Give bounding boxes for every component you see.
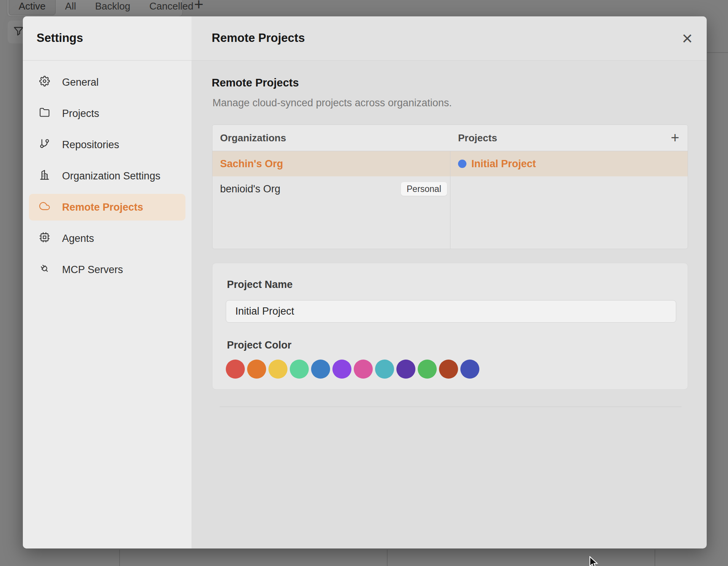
close-button[interactable]: ×: [676, 27, 698, 49]
add-project-button[interactable]: +: [671, 125, 679, 150]
organizations-projects-table: Organizations Projects + Sachin's Org be…: [212, 125, 688, 249]
color-swatch-4[interactable]: [290, 360, 309, 379]
close-icon: ×: [682, 28, 693, 49]
sidebar-item-agents[interactable]: Agents: [29, 225, 185, 252]
org-name: benioid's Org: [220, 183, 280, 195]
board-column-divider: [655, 550, 655, 566]
modal-header-divider: [23, 60, 707, 61]
personal-badge: Personal: [401, 182, 447, 196]
color-swatch-7[interactable]: [354, 360, 373, 379]
section-subtitle: Manage cloud-synced projects across orga…: [212, 97, 452, 109]
settings-modal: Settings General Projects Repositories O…: [23, 16, 707, 548]
color-swatch-1[interactable]: [226, 360, 245, 379]
sidebar-item-label: General: [62, 77, 99, 88]
project-color-swatches: [226, 360, 479, 379]
sidebar-item-label: Agents: [62, 233, 94, 245]
plug-icon: [39, 263, 50, 277]
color-swatch-12[interactable]: [460, 360, 479, 379]
color-swatch-8[interactable]: [375, 360, 394, 379]
tab-backlog[interactable]: Backlog: [86, 0, 140, 15]
sidebar-item-label: Organization Settings: [62, 170, 160, 182]
sidebar-item-label: MCP Servers: [62, 264, 123, 276]
sidebar-item-label: Repositories: [62, 139, 119, 151]
sidebar-item-projects[interactable]: Projects: [29, 100, 185, 127]
board-column-divider: [119, 550, 120, 566]
color-swatch-5[interactable]: [311, 360, 330, 379]
building-icon: [39, 169, 50, 183]
content-bottom-divider: [220, 406, 682, 407]
cloud-icon: [39, 201, 50, 214]
project-color-label: Project Color: [227, 339, 292, 351]
settings-nav: General Projects Repositories Organizati…: [29, 69, 185, 283]
modal-title: Remote Projects: [212, 31, 305, 45]
projects-column-header: Projects: [458, 125, 497, 151]
sidebar-item-repositories[interactable]: Repositories: [29, 131, 185, 158]
sidebar-item-mcp-servers[interactable]: MCP Servers: [29, 256, 185, 283]
project-name-label: Project Name: [227, 279, 293, 291]
chip-icon: [39, 232, 50, 245]
backdrop-header-line: [707, 52, 728, 53]
sidebar-item-label: Remote Projects: [62, 201, 143, 213]
folder-icon: [39, 107, 50, 120]
project-row-initial-project[interactable]: Initial Project: [458, 151, 536, 176]
color-swatch-11[interactable]: [439, 360, 458, 379]
color-swatch-3[interactable]: [268, 360, 287, 379]
board-tabbar: Active All Backlog Cancelled: [7, 0, 183, 17]
sidebar-item-remote-projects[interactable]: Remote Projects: [29, 194, 185, 221]
project-details-card: Project Name Project Color: [212, 263, 688, 390]
org-name: Sachin's Org: [220, 158, 283, 170]
org-row-sachins-org[interactable]: Sachin's Org: [220, 151, 445, 176]
section-title: Remote Projects: [212, 77, 299, 89]
add-tab-button[interactable]: +: [190, 0, 207, 14]
git-branch-icon: [39, 138, 50, 152]
settings-title: Settings: [37, 31, 83, 45]
screen: Active All Backlog Cancelled + Settings …: [0, 0, 728, 566]
project-name-input[interactable]: [226, 300, 676, 323]
project-color-dot: [458, 160, 466, 168]
color-swatch-9[interactable]: [396, 360, 415, 379]
color-swatch-10[interactable]: [418, 360, 437, 379]
organizations-column-header: Organizations: [220, 125, 286, 151]
settings-sidebar: Settings General Projects Repositories O…: [23, 16, 192, 548]
sidebar-item-label: Projects: [62, 108, 99, 120]
board-column-divider: [387, 550, 388, 566]
sidebar-item-general[interactable]: General: [29, 69, 185, 96]
color-swatch-6[interactable]: [332, 360, 351, 379]
mouse-cursor: [589, 556, 600, 566]
tab-active[interactable]: Active: [9, 0, 56, 15]
color-swatch-2[interactable]: [247, 360, 266, 379]
project-name: Initial Project: [471, 158, 536, 170]
tab-all[interactable]: All: [56, 0, 86, 15]
gear-icon: [39, 76, 50, 89]
sidebar-item-organization-settings[interactable]: Organization Settings: [29, 163, 185, 189]
